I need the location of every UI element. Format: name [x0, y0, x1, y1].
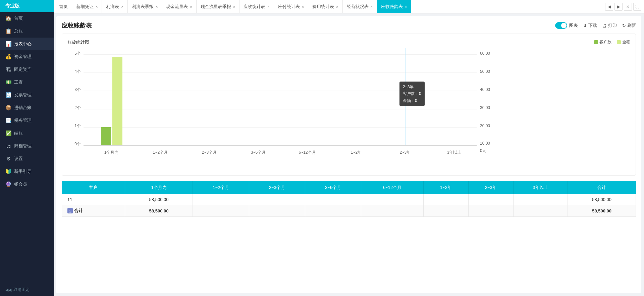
sidebar-item-label: 总账	[14, 28, 23, 34]
sidebar-item-label: 结账	[14, 130, 23, 136]
total-m36	[305, 205, 361, 217]
total-y12	[424, 205, 469, 217]
close-tab-profit-quarter[interactable]: ×	[156, 5, 158, 9]
legend-amount-dot	[617, 40, 621, 44]
total-m612	[361, 205, 424, 217]
tab-home[interactable]: 首页	[55, 0, 72, 13]
chart-toggle-switch[interactable]: 图表	[555, 22, 578, 29]
sidebar-item-label: 发票管理	[14, 92, 32, 98]
close-tab-new-voucher[interactable]: ×	[96, 5, 98, 9]
tab-next-button[interactable]: ▶	[614, 3, 623, 11]
close-tab-receivable-aging[interactable]: ×	[405, 5, 407, 9]
sidebar-item-label: 新手引导	[14, 168, 32, 175]
total-label: ∑ 合计	[67, 208, 121, 214]
refresh-icon: ↻	[622, 23, 626, 28]
legend-amount-label: 金额	[622, 39, 630, 45]
sidebar-item-stock[interactable]: 📦 进销台账	[0, 101, 54, 114]
total-total: 58,500.00	[568, 205, 636, 217]
download-button[interactable]: ⬇ 下载	[583, 22, 597, 29]
sidebar-item-home[interactable]: 🏠 首页	[0, 12, 54, 25]
tab-controls: ◀ ▶ ✕ ⛶	[604, 3, 643, 11]
sidebar-item-member[interactable]: 🔮 畅会员	[0, 178, 54, 191]
refresh-button[interactable]: ↻ 刷新	[622, 22, 636, 29]
member-icon: 🔮	[5, 181, 11, 187]
close-tab-profit[interactable]: ×	[121, 5, 123, 9]
tab-profit[interactable]: 利润表 ×	[102, 0, 127, 13]
tab-receivable-stat[interactable]: 应收统计表 ×	[239, 0, 274, 13]
svg-text:40,000.00元: 40,000.00元	[480, 87, 490, 92]
download-icon: ⬇	[583, 23, 587, 28]
chart-container: 账龄统计图 客户数 金额 5个 4个 3个 2个 1个	[62, 34, 636, 176]
legend-customer-label: 客户数	[599, 39, 611, 45]
tab-prev-button[interactable]: ◀	[605, 3, 613, 11]
ledger-icon: 📋	[5, 28, 11, 34]
sidebar-item-ledger[interactable]: 📋 总账	[0, 25, 54, 38]
sidebar: 专业版 🏠 首页 📋 总账 📊 报表中心 💰 资金管理 🏗 固定资产 💵 工资 …	[0, 0, 54, 296]
col-m1: 1个月内	[125, 181, 193, 194]
cell-y12	[424, 194, 469, 205]
tab-new-voucher[interactable]: 新增凭证 ×	[72, 0, 102, 13]
svg-text:1个月内: 1个月内	[104, 150, 119, 155]
sidebar-item-assets[interactable]: 🏗 固定资产	[0, 63, 54, 76]
header-actions: 图表 ⬇ 下载 🖨 打印 ↻ 刷新	[555, 22, 636, 29]
salary-icon: 💵	[5, 79, 11, 85]
sidebar-item-guide[interactable]: 🔰 新手引导	[0, 165, 54, 178]
close-tab-payable-stat[interactable]: ×	[302, 5, 304, 9]
tab-receivable-aging[interactable]: 应收账龄表 ×	[377, 0, 411, 13]
svg-text:2个: 2个	[74, 105, 81, 110]
cell-m1: 58,500.00	[125, 194, 193, 205]
tab-operation[interactable]: 经营状况表 ×	[343, 0, 377, 13]
tab-expense-stat[interactable]: 费用统计表 ×	[308, 0, 342, 13]
chart-toggle-label: 图表	[569, 22, 578, 29]
cell-m612	[361, 194, 424, 205]
app-logo: 专业版	[0, 0, 54, 12]
tab-payable-stat[interactable]: 应付统计表 ×	[274, 0, 308, 13]
bar-customer-0	[101, 127, 111, 145]
settle-icon: ✅	[5, 130, 11, 136]
chart-toggle[interactable]	[555, 22, 567, 29]
sidebar-item-fund[interactable]: 💰 资金管理	[0, 50, 54, 63]
total-icon: ∑	[67, 208, 73, 213]
table-row: 11 58,500.00 58,500.00	[62, 194, 636, 205]
assets-icon: 🏗	[5, 67, 11, 72]
svg-text:1~2个月: 1~2个月	[153, 150, 168, 155]
close-tab-expense-stat[interactable]: ×	[336, 5, 338, 9]
col-customer: 客户	[62, 181, 125, 194]
close-tab-operation[interactable]: ×	[371, 5, 373, 9]
tab-cashflow[interactable]: 现金流量表 ×	[162, 0, 196, 13]
close-tab-cashflow-quarter[interactable]: ×	[233, 5, 235, 9]
print-icon: 🖨	[602, 23, 607, 28]
svg-text:0元: 0元	[480, 148, 486, 153]
guide-icon: 🔰	[5, 168, 11, 175]
total-y23	[468, 205, 513, 217]
tab-cashflow-quarter[interactable]: 现金流量表季报 ×	[197, 0, 239, 13]
svg-text:0个: 0个	[74, 142, 81, 146]
sidebar-item-tax[interactable]: 📑 税务管理	[0, 114, 54, 127]
legend-amount: 金额	[617, 39, 630, 45]
sidebar-item-settings[interactable]: ⚙ 设置	[0, 152, 54, 165]
sidebar-item-label: 资金管理	[14, 54, 32, 60]
print-button[interactable]: 🖨 打印	[602, 22, 617, 29]
home-icon: 🏠	[5, 15, 11, 21]
close-tab-cashflow[interactable]: ×	[190, 5, 192, 9]
sidebar-item-invoice[interactable]: 🧾 发票管理	[0, 89, 54, 101]
tab-profit-quarter[interactable]: 利润表季报 ×	[128, 0, 162, 13]
chart-title: 账龄统计图	[67, 39, 630, 45]
unpin-button[interactable]: ◀◀ 取消固定	[0, 284, 54, 296]
cell-customer: 11	[62, 194, 125, 205]
close-tab-receivable-stat[interactable]: ×	[267, 5, 269, 9]
sidebar-item-archive[interactable]: 🗂 归档管理	[0, 140, 54, 152]
tab-close-all-button[interactable]: ✕	[624, 3, 632, 11]
col-y3plus: 3年以上	[513, 181, 568, 194]
svg-text:4个: 4个	[74, 69, 81, 74]
sidebar-item-salary[interactable]: 💵 工资	[0, 76, 54, 89]
page-header: 应收账龄表 图表 ⬇ 下载 🖨 打印 ↻ 刷新	[62, 21, 636, 30]
tax-icon: 📑	[5, 117, 11, 124]
svg-text:2~3年: 2~3年	[400, 150, 411, 155]
cell-total: 58,500.00	[568, 194, 636, 205]
tab-expand-button[interactable]: ⛶	[633, 3, 641, 11]
svg-text:2~3个月: 2~3个月	[202, 150, 217, 155]
sidebar-item-settle[interactable]: ✅ 结账	[0, 127, 54, 140]
invoice-icon: 🧾	[5, 92, 11, 98]
sidebar-item-report[interactable]: 📊 报表中心	[0, 38, 54, 50]
